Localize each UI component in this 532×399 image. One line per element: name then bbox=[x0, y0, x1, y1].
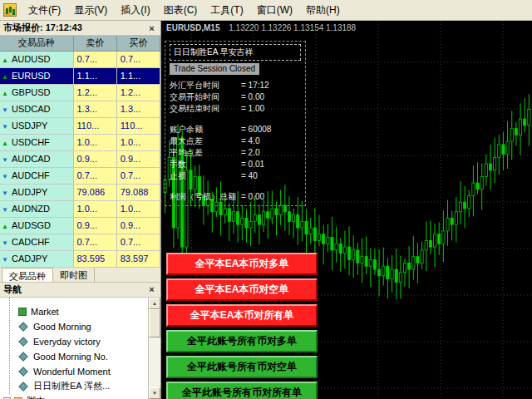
market-row[interactable]: ▼USDJPY110...110... bbox=[0, 117, 160, 134]
symbol-label: AUDJPY bbox=[12, 187, 47, 197]
down-arrow-icon: ▼ bbox=[2, 256, 12, 264]
scrollbar-thumb[interactable] bbox=[149, 309, 160, 337]
ea-info-label: 平均点差 bbox=[170, 147, 241, 159]
app-icon bbox=[3, 3, 17, 17]
market-watch-colrow: 交易品种卖价买价 bbox=[0, 36, 160, 51]
bid-cell: 0.7... bbox=[73, 167, 116, 184]
tree-item[interactable]: Good Morning bbox=[0, 319, 148, 334]
tree-item-label: 脚本 bbox=[27, 395, 45, 399]
menu-item[interactable]: 窗口(W) bbox=[250, 1, 299, 20]
ask-cell: 0.9... bbox=[116, 150, 160, 167]
close-icon[interactable]: × bbox=[146, 284, 157, 294]
chart-symbol-period: EURUSD,M15 bbox=[166, 23, 219, 32]
ea-close-button[interactable]: 全平本EA本币对空单 bbox=[166, 278, 318, 301]
bid-cell: 83.595 bbox=[73, 250, 116, 267]
ea-info-value: = 0.01 bbox=[241, 159, 264, 170]
down-arrow-icon: ▼ bbox=[2, 173, 12, 180]
ea-info-row: 账户余额= 60008 bbox=[170, 124, 301, 135]
ea-info-label: 交易开始时间 bbox=[170, 91, 241, 103]
ea-info-value: = 40 bbox=[241, 170, 258, 182]
ask-cell: 1.2... bbox=[116, 84, 160, 101]
menu-item[interactable]: 显示(V) bbox=[67, 1, 114, 20]
symbol-label: AUDCAD bbox=[12, 154, 50, 164]
ea-info-value: = 1.00 bbox=[241, 103, 264, 115]
market-row[interactable]: ▼AUDCHF0.7...0.7... bbox=[0, 167, 160, 184]
market-watch-tabs: 交易品种 即时图 bbox=[0, 268, 160, 283]
close-buttons-group: 全平本EA本币对多单全平本EA本币对空单全平本EA本币对所有单全平此账号所有币对… bbox=[166, 253, 318, 399]
menu-item[interactable]: 工具(T) bbox=[204, 1, 249, 20]
chart-title: EURUSD,M15 1.13220 1.13226 1.13154 1.131… bbox=[166, 23, 356, 32]
scroll-up-icon[interactable]: ▲ bbox=[149, 298, 160, 309]
tree-item[interactable]: Wonderful Moment bbox=[0, 364, 148, 379]
tree-item[interactable]: Market bbox=[0, 304, 148, 319]
tree-item[interactable]: Everyday victory bbox=[0, 334, 148, 349]
symbol-label: AUDSGD bbox=[12, 220, 51, 230]
navigator-scrollbar[interactable]: ▲ ▼ bbox=[148, 298, 160, 399]
market-row[interactable]: ▼CADCHF0.7...0.7... bbox=[0, 234, 160, 250]
ea-close-button[interactable]: 全平本EA本币对所有单 bbox=[166, 304, 318, 327]
ea-info-value: = 0.00 bbox=[241, 191, 264, 203]
market-row[interactable]: ▲EURUSD1.1...1.1... bbox=[0, 67, 160, 84]
market-row[interactable]: ▲GBPUSD1.2...1.2... bbox=[0, 84, 160, 101]
symbol-label: CADJPY bbox=[12, 254, 47, 264]
symbol-label: AUDCHF bbox=[12, 170, 50, 180]
tree-item-label: Everyday victory bbox=[33, 337, 101, 347]
ask-cell: 79.088 bbox=[116, 184, 160, 200]
market-row[interactable]: ▲USDCHF1.0...1.0... bbox=[0, 134, 160, 150]
menu-item[interactable]: 图表(C) bbox=[157, 1, 204, 20]
left-column: 市场报价: 17:12:43 × 交易品种卖价买价 ▲AUDUSD0.7...0… bbox=[0, 21, 161, 399]
tree-item[interactable]: +脚本 bbox=[0, 394, 148, 399]
ea-info-label: 交易结束时间 bbox=[170, 103, 241, 115]
menu-item[interactable]: 帮助(H) bbox=[299, 1, 347, 20]
market-row[interactable]: ▼USDCAD1.3...1.3... bbox=[0, 101, 160, 117]
market-row[interactable]: ▼AUDNZD1.0...1.0... bbox=[0, 200, 160, 217]
tree-item[interactable]: 日日制胜EA 浑然... bbox=[0, 379, 148, 394]
symbol-label: AUDUSD bbox=[12, 54, 50, 64]
bid-cell: 1.0... bbox=[73, 134, 116, 150]
scroll-down-icon[interactable]: ▼ bbox=[149, 387, 160, 399]
symbol-cell: ▲AUDSGD bbox=[0, 217, 73, 234]
up-arrow-icon: ▲ bbox=[2, 140, 12, 147]
scrollbar-track[interactable] bbox=[149, 309, 160, 388]
ea-info-group-3: 利润（亏损）总额= 0.00 bbox=[170, 191, 301, 203]
ask-cell: 0.7... bbox=[116, 51, 160, 67]
ea-info-value: = 60008 bbox=[241, 124, 271, 135]
tab-symbols[interactable]: 交易品种 bbox=[2, 268, 53, 282]
ea-close-button[interactable]: 全平此账号所有币对空单 bbox=[166, 356, 318, 378]
symbol-label: USDCAD bbox=[12, 104, 50, 114]
chart-ohlc-values: 1.13220 1.13226 1.13154 1.13188 bbox=[229, 23, 356, 32]
symbol-cell: ▲AUDUSD bbox=[0, 51, 73, 67]
market-watch-title: 市场报价: 17:12:43 bbox=[3, 22, 82, 34]
bid-cell: 79.086 bbox=[73, 184, 116, 200]
close-icon[interactable]: × bbox=[146, 23, 157, 33]
ea-info-row: 止损= 40 bbox=[170, 170, 301, 182]
ask-cell: 0.7... bbox=[116, 234, 160, 250]
ask-cell: 1.3... bbox=[116, 101, 160, 117]
market-row[interactable]: ▲AUDUSD0.7...0.7... bbox=[0, 51, 160, 67]
ask-cell: 0.7... bbox=[116, 167, 160, 184]
column-header: 卖价 bbox=[73, 36, 116, 51]
ea-icon bbox=[18, 337, 27, 346]
bid-cell: 1.0... bbox=[73, 200, 116, 217]
column-header: 交易品种 bbox=[0, 36, 73, 51]
tab-tick-chart[interactable]: 即时图 bbox=[53, 268, 95, 282]
ea-close-button[interactable]: 全平此账号所有币对所有单 bbox=[166, 382, 318, 399]
ea-close-button[interactable]: 全平本EA本币对多单 bbox=[166, 253, 318, 275]
market-row[interactable]: ▲AUDSGD0.9...0.9... bbox=[0, 217, 160, 234]
ea-info-row: 平均点差= 2.0 bbox=[170, 147, 301, 159]
menu-item[interactable]: 文件(F) bbox=[22, 1, 67, 20]
market-row[interactable]: ▼AUDCAD0.9...0.9... bbox=[0, 150, 160, 167]
navigator-tree: MarketGood MorningEveryday victoryGood M… bbox=[0, 298, 148, 399]
column-header: 买价 bbox=[116, 36, 160, 51]
market-row[interactable]: ▼AUDJPY79.08679.088 bbox=[0, 184, 160, 200]
ea-info-label: 账户余额 bbox=[170, 124, 241, 135]
ea-close-button[interactable]: 全平此账号所有币对多单 bbox=[166, 330, 318, 352]
tree-item[interactable]: Good Morning No. bbox=[0, 349, 148, 364]
tree-item-label: Market bbox=[31, 307, 59, 317]
ask-cell: 0.9... bbox=[116, 217, 160, 234]
market-row[interactable]: ▼CADJPY83.59583.597 bbox=[0, 250, 160, 267]
symbol-cell: ▲EURUSD bbox=[0, 67, 73, 84]
tree-item-label: Good Morning No. bbox=[33, 352, 108, 362]
menu-item[interactable]: 插入(I) bbox=[114, 1, 156, 20]
symbol-cell: ▼USDJPY bbox=[0, 117, 73, 134]
